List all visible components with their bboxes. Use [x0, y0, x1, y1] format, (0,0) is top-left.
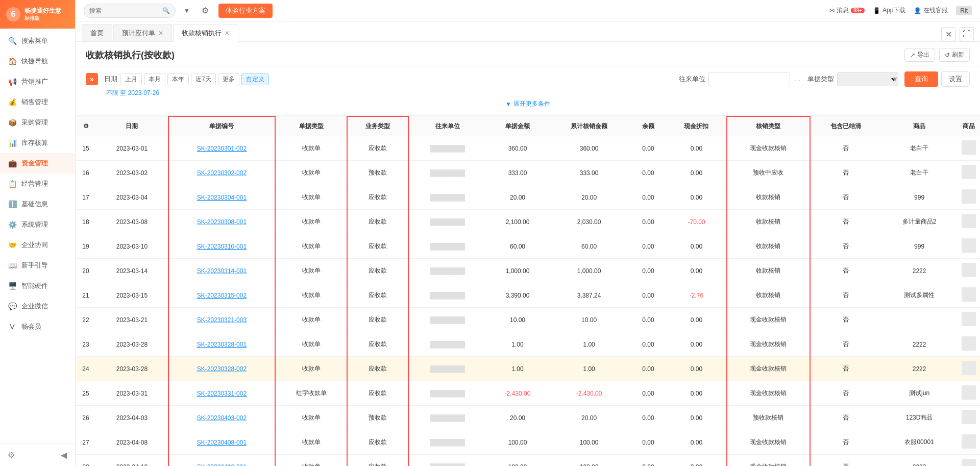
- cell-cash-discount: -70.00: [667, 210, 727, 234]
- filter-toggle-button[interactable]: »: [86, 73, 98, 85]
- cell-business-type: 应收款: [347, 430, 408, 455]
- filter-counterparty-item: 往来单位 ...: [679, 72, 801, 86]
- search-label: 搜索菜单: [21, 36, 48, 45]
- search-input[interactable]: [89, 7, 162, 14]
- collapse-icon[interactable]: ◀: [57, 448, 71, 462]
- date-btn-this-year[interactable]: 本年: [167, 73, 189, 85]
- sidebar-item-system[interactable]: ⚙️ 系统管理: [0, 214, 75, 235]
- cell-cancel-type: 现金收款核销: [727, 455, 810, 467]
- cell-bill-no[interactable]: SK-20230314-001: [168, 259, 275, 283]
- sidebar-item-marketing[interactable]: 📢 营销推广: [0, 71, 75, 92]
- sidebar-item-wechat[interactable]: 💬 企业微信: [0, 296, 75, 316]
- date-btn-7days[interactable]: 近7天: [191, 73, 216, 85]
- date-btn-more[interactable]: 更多: [218, 73, 239, 85]
- operations-label: 经营管理: [21, 179, 48, 188]
- sidebar-item-enterprise[interactable]: 🤝 企业协同: [0, 235, 75, 255]
- cell-bill-no[interactable]: SK-20230321-003: [168, 308, 275, 332]
- select-arrow-icon: ▼: [891, 75, 898, 83]
- cell-include-settled: 否: [810, 430, 881, 455]
- cell-goods: 2222: [881, 332, 958, 357]
- tab-receipt-cancel-close[interactable]: ✕: [225, 30, 230, 37]
- cell-bill-no[interactable]: SK-20230408-001: [168, 430, 275, 455]
- sidebar-item-search[interactable]: 🔍 搜索菜单: [0, 31, 75, 51]
- tab-expand-icon[interactable]: ⛶: [960, 27, 974, 41]
- th-include-settled: 包含已结清: [810, 116, 881, 136]
- page-title: 收款核销执行(按收款): [86, 49, 175, 61]
- cell-bill-no[interactable]: SK-20230328-002: [168, 357, 275, 381]
- cell-goods: 测试多属性: [881, 283, 958, 308]
- bill-type-select[interactable]: [837, 72, 898, 86]
- search-box[interactable]: 🔍: [84, 4, 176, 18]
- cell-business-type: 应收款: [347, 136, 408, 161]
- inventory-label: 库存核算: [21, 138, 48, 148]
- cell-bill-no[interactable]: SK-20230315-002: [168, 283, 275, 308]
- sidebar-item-guide[interactable]: 📖 新手引导: [0, 255, 75, 276]
- cell-cash-discount: -2.76: [667, 283, 727, 308]
- system-icon: ⚙️: [7, 219, 17, 230]
- gear-icon[interactable]: ⚙: [198, 4, 212, 18]
- filter-date-item: 日期 上月 本月 本年 近7天 更多 自定义: [104, 73, 269, 85]
- refresh-button[interactable]: ↺ 刷新: [939, 48, 970, 62]
- sidebar-item-shortcut[interactable]: 🏠 快捷导航: [0, 51, 75, 71]
- tab-receipt-cancel[interactable]: 收款核销执行 ✕: [173, 24, 238, 42]
- filter-arrow-container: »: [86, 73, 98, 85]
- filter-action-buttons: 查询 设置: [904, 71, 970, 87]
- th-settings[interactable]: ⚙: [76, 116, 96, 136]
- cell-business-type: 应收款: [347, 234, 408, 259]
- expand-button[interactable]: ▼ 展开更多条件: [505, 100, 550, 108]
- cell-include-settled: 否: [810, 308, 881, 332]
- date-btn-this-month[interactable]: 本月: [144, 73, 165, 85]
- app-download-item[interactable]: 📱 App下载: [873, 6, 905, 15]
- tab-close-all-icon[interactable]: ✕: [941, 27, 955, 41]
- cell-balance: 0.00: [630, 259, 667, 283]
- cell-goods2: [958, 136, 980, 161]
- table-row: 16 2023-03-02 SK-20230302-002 收款单 预收款 ██…: [76, 161, 980, 185]
- cell-bill-no[interactable]: SK-20230418-001: [168, 455, 275, 467]
- cell-bill-no[interactable]: SK-20230304-001: [168, 185, 275, 210]
- cell-goods: 123D商品: [881, 406, 958, 430]
- date-btn-last-month[interactable]: 上月: [120, 73, 142, 85]
- cell-num: 26: [76, 406, 96, 430]
- sidebar-item-sales[interactable]: 💰 销售管理: [0, 92, 75, 112]
- cell-date: 2023-03-04: [96, 185, 168, 210]
- topbar: 🔍 ▼ ⚙ 体验行业方案 ✉ 消息 99+ 📱 App下载 👤 在线客服 Rit: [76, 0, 980, 21]
- sidebar-item-inventory[interactable]: 📊 库存核算: [0, 133, 75, 153]
- export-button[interactable]: ↗ 导出: [904, 48, 935, 62]
- tab-pre-receipt-close[interactable]: ✕: [158, 30, 163, 37]
- tab-pre-receipt[interactable]: 预计应付单 ✕: [113, 24, 172, 41]
- cell-balance: 0.00: [630, 185, 667, 210]
- sales-icon: 💰: [7, 97, 17, 107]
- cell-date: 2023-03-14: [96, 259, 168, 283]
- cell-bill-no[interactable]: SK-20230302-002: [168, 161, 275, 185]
- tab-home[interactable]: 首页: [82, 24, 112, 41]
- sidebar-item-basic[interactable]: ℹ️ 基础信息: [0, 194, 75, 214]
- cell-bill-no[interactable]: SK-20230301-002: [168, 136, 275, 161]
- cell-bill-no[interactable]: SK-20230328-001: [168, 332, 275, 357]
- settings-button[interactable]: 设置: [941, 71, 970, 87]
- hardware-label: 智能硬件: [21, 281, 48, 290]
- user-item[interactable]: Rit: [956, 6, 972, 15]
- sidebar-item-purchase[interactable]: 📦 采购管理: [0, 112, 75, 133]
- solution-button[interactable]: 体验行业方案: [218, 4, 273, 18]
- cell-bill-no[interactable]: SK-20230403-002: [168, 406, 275, 430]
- cell-num: 20: [76, 259, 96, 283]
- messages-item[interactable]: ✉ 消息 99+: [829, 6, 865, 15]
- counterparty-input[interactable]: [708, 72, 790, 86]
- date-custom-btn[interactable]: 自定义: [241, 73, 269, 85]
- cell-bill-no[interactable]: SK-20230308-001: [168, 210, 275, 234]
- query-button[interactable]: 查询: [904, 71, 938, 87]
- phone-icon: 📱: [873, 7, 880, 14]
- cell-bill-amount: 1.00: [487, 332, 549, 357]
- sidebar-item-hardware[interactable]: 🖥️ 智能硬件: [0, 276, 75, 296]
- inventory-icon: 📊: [7, 138, 17, 148]
- sidebar-item-member[interactable]: V 畅会员: [0, 316, 75, 337]
- settings-icon[interactable]: ⚙: [4, 448, 18, 462]
- cell-bill-no[interactable]: SK-20230331-002: [168, 381, 275, 406]
- cell-goods2: [958, 308, 980, 332]
- cell-cash-discount: 0.00: [667, 332, 727, 357]
- sidebar-item-finance[interactable]: 💼 资金管理: [0, 153, 75, 174]
- sidebar-item-operations[interactable]: 📋 经营管理: [0, 174, 75, 194]
- cell-bill-no[interactable]: SK-20230310-001: [168, 234, 275, 259]
- dropdown-arrow[interactable]: ▼: [182, 6, 192, 16]
- online-service-item[interactable]: 👤 在线客服: [914, 6, 948, 15]
